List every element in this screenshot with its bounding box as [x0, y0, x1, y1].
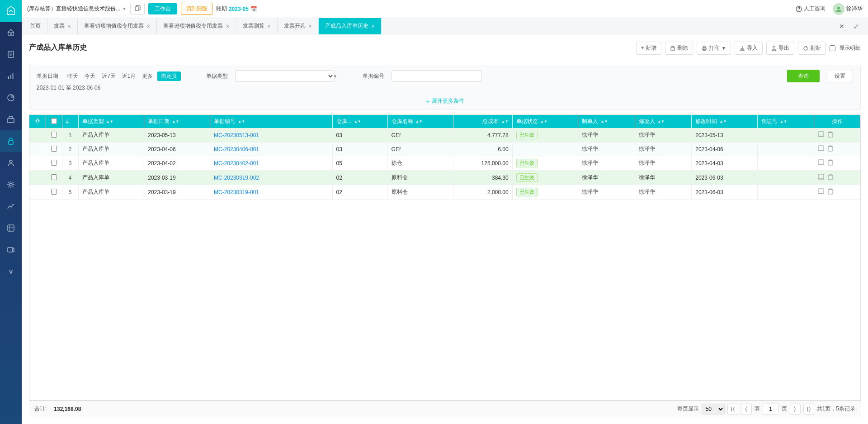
sidebar-item-docs[interactable] — [0, 43, 22, 65]
query-button[interactable]: 查询 — [787, 70, 820, 82]
tab-home[interactable]: 首页 — [24, 18, 47, 34]
delete-action-icon[interactable] — [828, 131, 833, 139]
calendar-icon[interactable]: 📅 — [250, 6, 257, 12]
yesterday-btn[interactable]: 昨天 — [66, 71, 80, 81]
td-checkbox[interactable] — [46, 171, 62, 185]
edit-action-icon[interactable] — [818, 131, 824, 139]
row-checkbox[interactable] — [51, 174, 57, 180]
close-all-tabs-button[interactable]: ✕ — [835, 20, 848, 33]
delete-action-icon[interactable] — [828, 159, 833, 167]
td-checkbox[interactable] — [46, 128, 62, 143]
row-checkbox[interactable] — [51, 132, 57, 138]
th-date[interactable]: 单据日期 ▲▼ — [144, 115, 210, 128]
th-modify-time[interactable]: 修改时间 ▲▼ — [692, 115, 758, 128]
number-link[interactable]: MC-20230319-002 — [214, 175, 259, 181]
custom-btn[interactable]: 自定义 — [157, 71, 181, 81]
import-button[interactable]: 导入 — [735, 42, 763, 55]
sidebar-item-chart[interactable] — [0, 195, 22, 217]
sidebar-item-version[interactable]: V — [0, 261, 22, 282]
today-btn[interactable]: 今天 — [83, 71, 97, 81]
week-btn[interactable]: 近7天 — [100, 71, 118, 81]
sidebar-item-settings2[interactable] — [0, 174, 22, 195]
th-number[interactable]: 单据编号 ▲▼ — [210, 115, 332, 128]
tab-history[interactable]: 产成品入库单历史 × — [319, 18, 382, 34]
switch-version-button[interactable]: 切到旧版 — [181, 3, 212, 15]
type-select[interactable] — [235, 70, 335, 82]
number-input[interactable] — [392, 70, 482, 82]
td-number[interactable]: MC-20230319-002 — [210, 171, 332, 185]
td-number[interactable]: MC-20230406-001 — [210, 143, 332, 156]
row-checkbox[interactable] — [51, 160, 57, 166]
new-button[interactable]: + 新增 — [636, 42, 661, 55]
company-selector[interactable]: (库存核算）直播轻快通信息技术股份... ▼ — [27, 5, 127, 13]
td-checkbox[interactable] — [46, 185, 62, 200]
td-number[interactable]: MC-20230513-001 — [210, 128, 332, 143]
tab-check-input[interactable]: 查看进项增值税专用发票 × — [157, 18, 236, 34]
month-btn[interactable]: 近1月 — [120, 71, 138, 81]
edit-action-icon[interactable] — [818, 174, 824, 181]
sidebar-item-reports[interactable] — [0, 65, 22, 87]
number-link[interactable]: MC-20230319-001 — [214, 189, 259, 195]
tab-close-issue[interactable]: × — [308, 23, 312, 29]
td-checkbox[interactable] — [46, 156, 62, 171]
tab-close-invoice[interactable]: × — [67, 23, 71, 29]
page-input[interactable] — [763, 404, 779, 414]
number-link[interactable]: MC-20230402-001 — [214, 160, 259, 167]
sidebar-item-lock[interactable] — [0, 130, 22, 152]
last-page-btn[interactable]: ⟩⟩ — [803, 404, 814, 414]
th-checkbox[interactable] — [46, 115, 62, 128]
td-number[interactable]: MC-20230319-001 — [210, 185, 332, 200]
tab-close-check-input[interactable]: × — [226, 23, 229, 29]
number-link[interactable]: MC-20230513-001 — [214, 132, 259, 138]
number-link[interactable]: MC-20230406-001 — [214, 146, 259, 152]
workbench-button[interactable]: 工作台 — [148, 3, 177, 14]
tab-check-output[interactable]: 查看销项增值税专用发票 × — [78, 18, 157, 34]
print-button[interactable]: 打印 ▼ — [697, 42, 731, 55]
th-modifier[interactable]: 修改人 ▲▼ — [635, 115, 691, 128]
delete-button[interactable]: 删除 — [665, 42, 693, 55]
export-button[interactable]: 导出 — [766, 42, 794, 55]
tab-invoice[interactable]: 发票 × — [47, 18, 78, 34]
row-checkbox[interactable] — [51, 189, 57, 195]
td-checkbox[interactable] — [46, 143, 62, 156]
copy-button[interactable] — [130, 3, 145, 15]
th-creator[interactable]: 制单人 ▲▼ — [578, 115, 635, 128]
td-number[interactable]: MC-20230402-001 — [210, 156, 332, 171]
th-warehouse-name[interactable]: 仓库名称 ▲▼ — [387, 115, 453, 128]
edit-action-icon[interactable] — [818, 145, 824, 153]
show-detail-toggle[interactable]: 显示明细 — [830, 44, 861, 52]
next-page-btn[interactable]: ⟩ — [790, 404, 801, 414]
row-checkbox[interactable] — [51, 146, 57, 152]
tab-calc[interactable]: 发票测算 × — [236, 18, 278, 34]
more-btn[interactable]: 更多 — [140, 71, 155, 81]
th-type[interactable]: 单据类型 ▲▼ — [78, 115, 144, 128]
sidebar-item-inventory[interactable] — [0, 109, 22, 130]
select-all-checkbox[interactable] — [51, 118, 57, 124]
tab-issue[interactable]: 发票开具 × — [278, 18, 319, 34]
tab-close-check-output[interactable]: × — [146, 23, 150, 29]
prev-page-btn[interactable]: ⟨ — [741, 404, 752, 414]
help-button[interactable]: 人工咨询 — [796, 5, 826, 13]
data-table-container[interactable]: # 单据类型 ▲▼ 单据日期 ▲▼ 单据编号 ▲▼ — [29, 114, 861, 400]
user-menu[interactable]: 徐泽华 — [833, 3, 863, 15]
th-voucher[interactable]: 凭证号 ▲▼ — [758, 115, 814, 128]
tab-close-calc[interactable]: × — [267, 23, 271, 29]
sidebar-item-home[interactable] — [0, 22, 22, 43]
delete-action-icon[interactable] — [828, 188, 833, 196]
refresh-button[interactable]: 刷新 — [798, 42, 826, 55]
th-status[interactable]: 单据状态 ▲▼ — [512, 115, 578, 128]
sidebar-item-video[interactable] — [0, 239, 22, 261]
expand-tabs-button[interactable]: ⤢ — [850, 20, 863, 33]
edit-action-icon[interactable] — [818, 188, 824, 196]
per-page-select[interactable]: 50 100 — [702, 404, 725, 414]
sidebar-item-analytics[interactable] — [0, 87, 22, 109]
delete-action-icon[interactable] — [828, 174, 833, 181]
setting-button[interactable]: 设置 — [827, 70, 853, 82]
first-page-btn[interactable]: ⟨⟨ — [727, 404, 738, 414]
show-detail-checkbox[interactable] — [830, 45, 835, 51]
th-settings[interactable] — [29, 115, 46, 128]
th-total-cost[interactable]: 总成本 ▲▼ — [453, 115, 512, 128]
expand-more-btn[interactable]: 展开更多条件 — [425, 97, 464, 105]
sidebar-item-person[interactable] — [0, 152, 22, 174]
th-warehouse-code[interactable]: 仓库... ▲▼ — [332, 115, 387, 128]
